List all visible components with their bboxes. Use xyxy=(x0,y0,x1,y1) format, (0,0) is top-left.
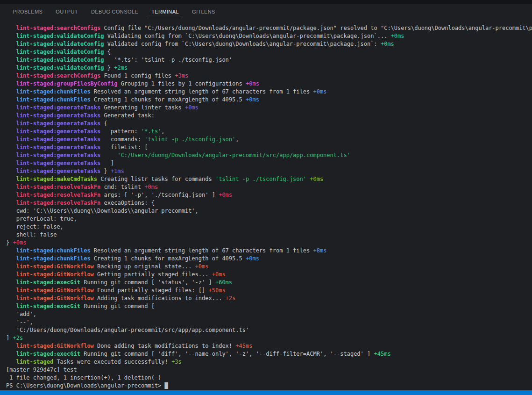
terminal-line: lint-staged:GitWorkflow Found partially … xyxy=(6,287,532,294)
terminal-line: lint-staged:GitWorkflow Done adding task… xyxy=(6,342,532,350)
terminal-line: lint-staged:chunkFiles Resolved an argum… xyxy=(6,88,532,96)
terminal-line: PS C:\Users\duong\Downloads\angular-prec… xyxy=(6,382,532,390)
tab-debug-console[interactable]: DEBUG CONSOLE xyxy=(88,4,141,18)
terminal-line: lint-staged:execGit Running git command … xyxy=(6,279,532,287)
terminal-line: lint-staged:execGit Running git command … xyxy=(6,350,532,358)
terminal-line: preferLocal: true, xyxy=(6,215,532,223)
tab-problems[interactable]: PROBLEMS xyxy=(10,4,45,18)
terminal-line: 'C:/Users/duong/Downloads/angular-precom… xyxy=(6,326,532,334)
terminal-line: lint-staged:GitWorkflow Getting partiall… xyxy=(6,271,532,279)
status-bar xyxy=(0,390,532,395)
terminal-line: lint-staged:generateTasks Generated task… xyxy=(6,112,532,120)
terminal-line: lint-staged:GitWorkflow Backing up origi… xyxy=(6,263,532,271)
terminal-line: lint-staged:validateConfig } +2ms xyxy=(6,64,532,72)
terminal-line: } +0ms xyxy=(6,239,532,247)
terminal-line: lint-staged:validateConfig Validated con… xyxy=(6,40,532,48)
terminal-line: 1 file changed, 1 insertion(+), 1 deleti… xyxy=(6,374,532,382)
terminal-line: lint-staged:validateConfig Validating co… xyxy=(6,32,532,40)
terminal-line: shell: false xyxy=(6,231,532,239)
terminal-line: lint-staged:generateTasks ] xyxy=(6,159,532,167)
tab-terminal[interactable]: TERMINAL xyxy=(149,4,182,18)
terminal-output[interactable]: lint-staged:searchConfigs Config file "C… xyxy=(0,21,532,390)
terminal-line: lint-staged:validateConfig '*.ts': 'tsli… xyxy=(6,56,532,64)
terminal-line: lint-staged:generateTasks { xyxy=(6,120,532,128)
terminal-line: lint-staged:generateTasks pattern: '*.ts… xyxy=(6,128,532,136)
terminal-line: ] +2s xyxy=(6,334,532,342)
terminal-line: lint-staged:groupFilesByConfig Grouping … xyxy=(6,80,532,88)
terminal-line: lint-staged:generateTasks Generating lin… xyxy=(6,104,532,112)
terminal-line: lint-staged:chunkFiles Creating 1 chunks… xyxy=(6,96,532,104)
terminal-line: lint-staged:resolveTaskFn execaOptions: … xyxy=(6,199,532,207)
terminal-line: cwd: 'C:\\Users\\duong\\Downloads\\angul… xyxy=(6,207,532,215)
terminal-line: '--', xyxy=(6,318,532,326)
terminal-line: reject: false, xyxy=(6,223,532,231)
terminal-line: lint-staged:GitWorkflow Adding task modi… xyxy=(6,294,532,302)
terminal-line: [master 929d47c] test xyxy=(6,366,532,374)
terminal-line: lint-staged Tasks were executed successf… xyxy=(6,358,532,366)
tab-gitlens[interactable]: GITLENS xyxy=(189,4,218,18)
terminal-line: lint-staged:makeCmdTasks Creating listr … xyxy=(6,175,532,183)
terminal-line: lint-staged:generateTasks commands: 'tsl… xyxy=(6,136,532,144)
terminal-line: lint-staged:generateTasks 'C:/Users/duon… xyxy=(6,151,532,159)
terminal-line: lint-staged:chunkFiles Creating 1 chunks… xyxy=(6,255,532,263)
tab-output[interactable]: OUTPUT xyxy=(53,4,81,18)
terminal-line: lint-staged:execGit Running git command … xyxy=(6,302,532,310)
terminal-line: lint-staged:resolveTaskFn args: [ '-p', … xyxy=(6,191,532,199)
terminal-line: lint-staged:searchConfigs Found 1 config… xyxy=(6,72,532,80)
terminal-line: lint-staged:validateConfig { xyxy=(6,48,532,56)
panel-top-border xyxy=(0,0,532,4)
panel-tab-bar: PROBLEMS OUTPUT DEBUG CONSOLE TERMINAL G… xyxy=(0,4,532,21)
terminal-line: lint-staged:generateTasks fileList: [ xyxy=(6,144,532,151)
terminal-line: lint-staged:resolveTaskFn cmd: tslint +0… xyxy=(6,183,532,191)
terminal-cursor: █ xyxy=(165,382,168,389)
terminal-line: lint-staged:searchConfigs Config file "C… xyxy=(6,24,532,32)
terminal-line: 'add', xyxy=(6,310,532,318)
terminal-line: lint-staged:chunkFiles Resolved an argum… xyxy=(6,247,532,255)
terminal-line: lint-staged:generateTasks } +1ms xyxy=(6,167,532,175)
